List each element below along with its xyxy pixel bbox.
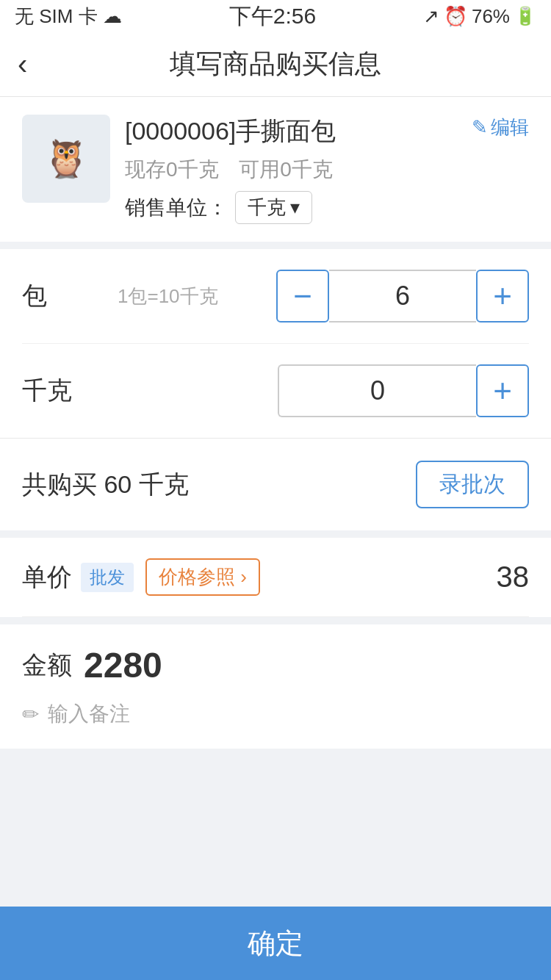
status-right: ↗ ⏰ 76% 🔋 <box>423 5 536 28</box>
confirm-button[interactable]: 确定 <box>0 907 551 980</box>
sim-label: 无 SIM 卡 ☁ <box>15 4 122 29</box>
nav-bar: ‹ 填写商品购买信息 <box>0 32 551 97</box>
unit-label: 销售单位： <box>125 194 228 222</box>
package-increment-button[interactable]: + <box>476 270 529 323</box>
back-button[interactable]: ‹ <box>18 48 27 81</box>
status-time: 下午2:56 <box>229 1 316 32</box>
stock-label: 现存0千克 <box>125 158 219 181</box>
package-controls: − + <box>276 270 529 323</box>
unit-selector[interactable]: 千克 ▾ <box>235 191 312 224</box>
price-section: 单价 批发 价格参照 › 38 <box>0 538 551 624</box>
batch-button[interactable]: 录批次 <box>416 461 529 508</box>
main-content: 🦉 [0000006]手撕面包 ✎ 编辑 现存0千克 可用0千克 销售单位： 千… <box>0 97 551 980</box>
amount-row: 金额 2280 <box>22 645 529 685</box>
quantity-section: 包 1包=10千克 − + 千克 + <box>0 249 551 439</box>
summary-text: 共购买 60 千克 <box>22 468 189 502</box>
amount-value: 2280 <box>84 645 162 685</box>
edit-button[interactable]: ✎ 编辑 <box>472 115 529 140</box>
package-hint: 1包=10千克 <box>118 284 218 309</box>
product-info: [0000006]手撕面包 ✎ 编辑 现存0千克 可用0千克 销售单位： 千克 … <box>125 115 529 224</box>
edit-label: 编辑 <box>491 115 529 140</box>
price-ref-button[interactable]: 价格参照 › <box>145 558 260 596</box>
unit-value: 千克 <box>248 195 286 220</box>
kg-label: 千克 <box>22 374 110 408</box>
package-row: 包 1包=10千克 − + <box>22 249 529 344</box>
kg-row: 千克 + <box>22 344 529 438</box>
available-label: 可用0千克 <box>239 158 333 181</box>
product-name: [0000006]手撕面包 <box>125 115 336 148</box>
kg-controls: + <box>278 364 529 417</box>
summary-row: 共购买 60 千克 录批次 <box>0 439 551 538</box>
pencil-icon: ✏ <box>22 702 39 727</box>
dropdown-icon: ▾ <box>290 196 300 219</box>
package-label: 包 <box>22 279 110 313</box>
kg-quantity-input[interactable] <box>278 364 476 417</box>
note-row[interactable]: ✏ 输入备注 <box>22 700 529 728</box>
price-tag: 批发 <box>81 563 134 592</box>
price-row: 单价 批发 价格参照 › 38 <box>22 558 529 617</box>
amount-section: 金额 2280 ✏ 输入备注 <box>0 624 551 749</box>
page-title: 填写商品购买信息 <box>170 46 381 82</box>
location-icon: ↗ <box>423 5 439 28</box>
battery-label: 76% <box>472 5 510 28</box>
product-stock: 现存0千克 可用0千克 <box>125 156 529 184</box>
product-unit-row: 销售单位： 千克 ▾ <box>125 191 529 224</box>
status-bar: 无 SIM 卡 ☁ 下午2:56 ↗ ⏰ 76% 🔋 <box>0 0 551 32</box>
package-decrement-button[interactable]: − <box>276 270 329 323</box>
battery-icon: 🔋 <box>514 6 536 26</box>
note-label: 输入备注 <box>48 700 130 728</box>
product-logo: 🦉 <box>43 137 89 180</box>
price-value: 38 <box>497 561 530 594</box>
kg-increment-button[interactable]: + <box>476 364 529 417</box>
edit-icon: ✎ <box>472 116 488 139</box>
status-left: 无 SIM 卡 ☁ <box>15 4 122 29</box>
product-image: 🦉 <box>22 115 110 203</box>
amount-label: 金额 <box>22 649 72 682</box>
package-quantity-input[interactable] <box>329 270 476 323</box>
alarm-icon: ⏰ <box>444 5 467 28</box>
price-label: 单价 <box>22 561 72 594</box>
product-card: 🦉 [0000006]手撕面包 ✎ 编辑 现存0千克 可用0千克 销售单位： 千… <box>0 97 551 249</box>
